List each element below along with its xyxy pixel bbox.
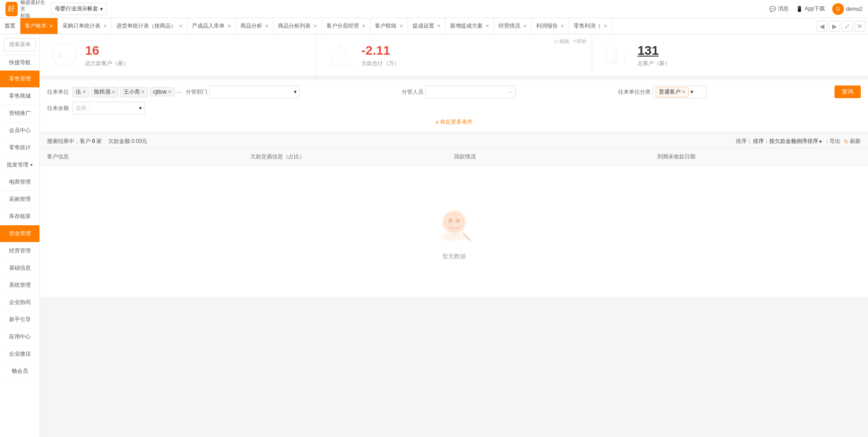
sidebar-quick-nav[interactable]: 快捷导航 [0, 55, 39, 71]
close-icon[interactable]: ✕ [523, 24, 527, 28]
category-select[interactable]: 普通客户 ✕ ▾ [652, 86, 707, 98]
sidebar-item-retail-mgmt[interactable]: 零售管理 [0, 71, 39, 88]
sidebar-item-new-guide[interactable]: 新手引导 [0, 311, 39, 328]
close-icon[interactable]: ✕ [179, 24, 182, 28]
help-icon: ? [573, 39, 575, 44]
tag-close-wu[interactable]: ✕ [82, 89, 86, 95]
sidebar-item-enterprise-coop[interactable]: 企业协同 [0, 294, 39, 311]
tab-cost-inbound[interactable]: 产成品入库单 ✕ [187, 18, 236, 34]
sidebar-item-system-mgmt[interactable]: 系统管理 [0, 277, 39, 294]
col-repayment: 回款情况 [454, 153, 657, 161]
sidebar-item-capital-mgmt[interactable]: 资金管理 [0, 225, 39, 242]
svg-point-0 [53, 43, 76, 67]
app-download-button[interactable]: 📱 App下载 [796, 5, 825, 13]
tag-close-cjttcw[interactable]: ✕ [168, 89, 172, 95]
close-icon[interactable]: ✕ [49, 24, 53, 28]
sidebar: 搜索菜单 快捷导航 零售管理 零售商城 营销推广 会员中心 零售统计 批发管理 … [0, 34, 40, 437]
table-header: 客户信息 欠款交易信息（占比） 回款情况 到期未收款日期 [40, 148, 868, 166]
sidebar-item-member-center[interactable]: 会员中心 [0, 122, 39, 139]
tag-close-wang[interactable]: ✕ [141, 89, 145, 95]
help-button[interactable]: ? 帮助 [573, 38, 586, 45]
filter-tag-chen: 陈民强 ✕ [91, 87, 119, 97]
tab-customer-tier[interactable]: 客户分层经营 ✕ [322, 18, 370, 34]
tab-retail-profit[interactable]: 零售利润（ ✕ [569, 18, 612, 34]
filter-tag-cjttcw: cjttcw ✕ [150, 87, 175, 96]
tab-customer-contact[interactable]: 客户联络 ✕ [370, 18, 408, 34]
sort-select[interactable]: 排序： 排序：按欠款金额倒序排序 ▾ [736, 138, 822, 145]
collapse-button[interactable]: ∧ 收起更多条件 [47, 118, 861, 126]
main-layout: 搜索菜单 快捷导航 零售管理 零售商城 营销推广 会员中心 零售统计 批发管理 … [0, 34, 868, 437]
sidebar-item-retail-stats[interactable]: 零售统计 [0, 139, 39, 157]
empty-illustration [432, 202, 477, 247]
svg-rect-5 [617, 51, 625, 63]
sidebar-item-enterprise-wechat[interactable]: 企业微信 [0, 346, 39, 363]
tab-profit-report[interactable]: 利润报告 ✕ [532, 18, 569, 34]
sidebar-item-app-center[interactable]: 应用中心 [0, 328, 39, 346]
tab-new-achievement[interactable]: 新增提成方案 ✕ [446, 18, 494, 34]
video-help-button[interactable]: ▷ 视频 [555, 38, 569, 45]
tab-home[interactable]: 首页 [0, 18, 20, 34]
tab-controls: ◀ ▶ ⤢ ✕ [814, 21, 868, 32]
close-icon[interactable]: ✕ [227, 24, 231, 28]
query-button[interactable]: 查询 [834, 86, 861, 98]
sidebar-item-wholesale-mgmt[interactable]: 批发管理 ▾ [0, 157, 39, 174]
sidebar-item-inventory-check[interactable]: 库存核算 [0, 208, 39, 225]
sidebar-item-retail-shop[interactable]: 零售商城 [0, 88, 39, 105]
sidebar-item-marketing[interactable]: 营销推广 [0, 105, 39, 122]
person-select[interactable]: ··· [425, 86, 516, 98]
dept-select[interactable]: ▾ [209, 86, 300, 98]
tag-close-chen[interactable]: ✕ [111, 89, 115, 95]
tab-scroll-left[interactable]: ◀ [816, 21, 827, 32]
tag-close-common[interactable]: ✕ [681, 89, 686, 95]
tab-promotion-settings[interactable]: 提成设置 ✕ [408, 18, 446, 34]
tab-scroll-right[interactable]: ▶ [829, 21, 840, 32]
close-icon[interactable]: ✕ [362, 24, 365, 28]
sidebar-item-basic-info[interactable]: 基础信息 [0, 260, 39, 277]
balance-filter-label: 往来余额 [47, 104, 69, 112]
tab-operation-situation[interactable]: 经营情况 ✕ [494, 18, 532, 34]
tab-close-all[interactable]: ✕ [854, 21, 865, 32]
message-button[interactable]: 💬 消息 [769, 5, 789, 13]
filter-more-tags[interactable]: ··· [177, 88, 182, 95]
logo-text: 畅捷通好生意 标版 [20, 0, 45, 19]
search-menu-button[interactable]: 搜索菜单 [4, 38, 36, 51]
balance-chevron-icon: ▾ [139, 105, 142, 111]
tab-product-analysis[interactable]: 商品分析 ✕ [236, 18, 273, 34]
close-icon[interactable]: ✕ [103, 24, 107, 28]
dept-chevron-icon: ▾ [294, 89, 297, 95]
export-button[interactable]: ↑ 导出 [825, 138, 840, 145]
tab-expand[interactable]: ⤢ [842, 21, 853, 32]
top-bar: 好 畅捷通好生意 标版 母婴行业演示帐套 ▾ 💬 消息 📱 App下载 D de… [0, 0, 868, 18]
close-icon[interactable]: ✕ [313, 24, 317, 28]
tab-accounts[interactable]: 客户账本 ✕ [20, 18, 58, 34]
sidebar-item-operation-mgmt[interactable]: 经营管理 [0, 242, 39, 260]
chevron-up-icon: ∧ [435, 119, 439, 125]
dept-filter-label: 分管部门 [186, 88, 207, 96]
category-filter-label: 往来单位分类 [618, 88, 651, 96]
export-icon: ↑ [825, 138, 828, 145]
debt-icon: ! [327, 42, 354, 69]
stat-card-debt: ! -2.11 欠款合计（万） ▷ 视频 ? 帮助 [316, 34, 592, 76]
nav-tabs: 首页 客户账本 ✕ 采购订单统计表 ✕ 进货单统计表（按商品） ✕ 产成品入库单… [0, 18, 868, 34]
close-icon[interactable]: ✕ [561, 24, 564, 28]
close-icon[interactable]: ✕ [399, 24, 403, 28]
debt-number: -2.11 [361, 43, 399, 58]
tab-product-analysis-list[interactable]: 商品分析列表 ✕ [273, 18, 322, 34]
balance-select[interactable]: 选择... ▾ [72, 102, 145, 114]
debtors-label: 总欠款客户（家） [85, 60, 129, 67]
close-icon[interactable]: ✕ [604, 24, 607, 28]
close-icon[interactable]: ✕ [265, 24, 269, 28]
close-icon[interactable]: ✕ [485, 24, 489, 28]
close-icon[interactable]: ✕ [437, 24, 441, 28]
sidebar-item-vip-member[interactable]: 畅会员 [0, 363, 39, 380]
results-summary: 搜索结果中，客户 0 家 欠款金额 0.00元 [47, 138, 147, 145]
stat-card-customers: 131 总客户（家） [592, 34, 868, 76]
user-menu[interactable]: D demo2 [832, 3, 863, 15]
refresh-button[interactable]: ↻ 刷新 [844, 138, 861, 145]
tab-purchase-orders[interactable]: 采购订单统计表 ✕ [58, 18, 112, 34]
sidebar-item-ecommerce-mgmt[interactable]: 电商管理 [0, 174, 39, 191]
tab-inbound-stats[interactable]: 进货单统计表（按商品） ✕ [112, 18, 187, 34]
store-selector[interactable]: 母婴行业演示帐套 ▾ [51, 3, 107, 15]
app-icon: 📱 [796, 6, 803, 12]
sidebar-item-purchase-mgmt[interactable]: 采购管理 [0, 191, 39, 208]
